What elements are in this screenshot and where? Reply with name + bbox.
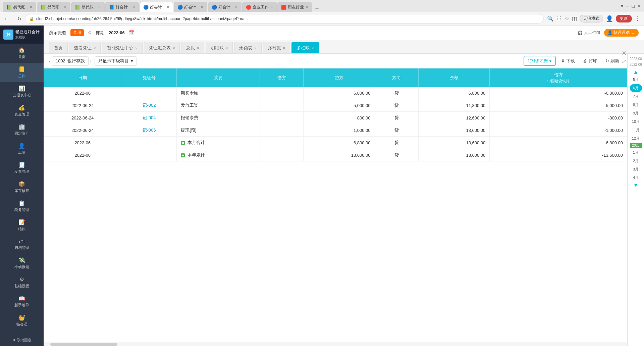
browser-tab-5[interactable]: 🔵 好会计 ✕ bbox=[140, 2, 173, 12]
tab-gl-close[interactable]: × bbox=[197, 46, 199, 50]
browser-tab-7[interactable]: 🔵 好会计 ✕ bbox=[208, 2, 241, 12]
cell-voucher-4[interactable]: 记-006 bbox=[122, 124, 177, 137]
sidebar-item-tax[interactable]: 📋 税务管理 bbox=[0, 197, 44, 216]
sidebar-item-funds[interactable]: 💰 资金管理 bbox=[0, 101, 44, 120]
tab-9-close[interactable]: ✕ bbox=[305, 5, 308, 9]
tab-sequence[interactable]: 序时账 × bbox=[263, 42, 290, 53]
tab-mc-close[interactable]: × bbox=[312, 46, 314, 50]
sidebar-item-invoice[interactable]: 🧾 发票管理 bbox=[0, 158, 44, 178]
browser-tab-8[interactable]: 🔴 企业工作 ✕ bbox=[242, 2, 277, 12]
panel-month-5[interactable]: 5月 bbox=[630, 76, 642, 84]
tab-voucher[interactable]: 查看凭证 × bbox=[69, 42, 101, 53]
settings-gear-icon[interactable]: ⚙ bbox=[88, 30, 92, 35]
tab-smart-close[interactable]: × bbox=[135, 46, 137, 50]
user-account-icon[interactable]: 👤 bbox=[606, 15, 613, 22]
panel-scroll-up-button[interactable]: ▲ bbox=[633, 69, 639, 75]
tab-4-close[interactable]: ✕ bbox=[132, 5, 135, 9]
star-icon[interactable]: ☆ bbox=[565, 15, 569, 22]
next-account-button[interactable]: › bbox=[90, 58, 92, 64]
print-button[interactable]: 🖨 打印 bbox=[580, 56, 600, 66]
tab-voucher-close[interactable]: × bbox=[94, 46, 96, 50]
sidebar-item-salary[interactable]: 👤 工资 bbox=[0, 139, 44, 158]
tab-smart-voucher[interactable]: 智能凭证中心 × bbox=[102, 42, 142, 53]
panel-month-12[interactable]: 12月 bbox=[630, 135, 642, 142]
sidebar-item-vip[interactable]: 👑 畅会员 bbox=[0, 311, 44, 330]
new-tab-button[interactable]: ＋ bbox=[314, 4, 320, 12]
panel-close-button[interactable]: ✕ bbox=[622, 54, 627, 57]
browser-tab-1[interactable]: 📗 易代账 ✕ bbox=[3, 2, 36, 12]
refresh-button[interactable]: ↻ 刷新 bbox=[603, 56, 622, 66]
minimize-icon[interactable]: ─ bbox=[626, 3, 629, 9]
sidebar-item-guide[interactable]: 📖 新手引导 bbox=[0, 292, 44, 311]
panel-expand-button[interactable]: ⤢ bbox=[622, 58, 627, 65]
panel-month-8[interactable]: 8月 bbox=[630, 101, 642, 109]
browser-tab-9[interactable]: 🟥 用友好业 ✕ bbox=[277, 2, 312, 12]
panel-month-2-2023[interactable]: 2月 bbox=[630, 157, 642, 165]
sidebar-item-inventory[interactable]: 📦 库存核算 bbox=[0, 178, 44, 197]
consult-button[interactable]: 🎧 人工咨询 bbox=[578, 30, 600, 36]
sidebar-footer[interactable]: ◀ 取消固定 bbox=[0, 334, 44, 346]
close-window-icon[interactable]: ✕ bbox=[637, 3, 641, 9]
panel-month-3-2023[interactable]: 3月 bbox=[630, 165, 642, 173]
user-badge[interactable]: 👤 畅通通8组... bbox=[604, 29, 639, 37]
sidebar-item-expense[interactable]: 💸 小畅报销 bbox=[0, 254, 44, 273]
panel-month-11[interactable]: 11月 bbox=[630, 126, 642, 134]
tab-list-icon[interactable]: ▾ bbox=[621, 3, 623, 9]
tab-summary[interactable]: 凭证汇总表 × bbox=[144, 42, 180, 53]
calendar-icon[interactable]: 📅 bbox=[129, 30, 134, 35]
tab-summary-close[interactable]: × bbox=[173, 46, 175, 50]
tab-general-ledger[interactable]: 总账 × bbox=[181, 42, 204, 53]
browser-tab-3[interactable]: 📗 易代账 ✕ bbox=[71, 2, 105, 12]
account-selector[interactable]: 1002 银行存款 bbox=[52, 56, 89, 66]
sidebar-item-close[interactable]: 📝 结账 bbox=[0, 216, 44, 235]
cell-voucher-2[interactable]: 记-002 bbox=[122, 99, 177, 112]
panel-scroll-down-button[interactable]: ▼ bbox=[633, 182, 639, 188]
menu-icon[interactable]: ⋮ bbox=[635, 15, 640, 22]
reload-button[interactable]: ↻ bbox=[17, 16, 21, 21]
sidebar-item-reports[interactable]: 📊 云报表中心 bbox=[0, 82, 44, 101]
sidebar-item-home[interactable]: 🏠 首页 bbox=[0, 44, 44, 63]
browser-tab-6[interactable]: 🔵 好会计 ✕ bbox=[174, 2, 207, 12]
forward-button[interactable]: → bbox=[11, 16, 15, 21]
tab-2-close[interactable]: ✕ bbox=[64, 5, 67, 9]
sub-filter[interactable]: 只显示下级科目 ▾ bbox=[95, 56, 137, 66]
tab-balance-close[interactable]: × bbox=[254, 46, 256, 50]
tab-5-close[interactable]: ✕ bbox=[166, 5, 169, 9]
cell-voucher-3[interactable]: 记-004 bbox=[122, 112, 177, 124]
tab-seq-close[interactable]: × bbox=[283, 46, 285, 50]
incognito-button[interactable]: 无痕模式 bbox=[580, 15, 603, 22]
tab-home[interactable]: 首页 bbox=[49, 42, 68, 53]
restore-icon[interactable]: □ bbox=[632, 3, 635, 9]
panel-month-9[interactable]: 9月 bbox=[630, 109, 642, 117]
browser-tab-4[interactable]: 📘 好会计 ✕ bbox=[105, 2, 139, 12]
panel-month-10[interactable]: 10月 bbox=[630, 118, 642, 126]
tab-7-close[interactable]: ✕ bbox=[235, 5, 238, 9]
sidebar-item-archive[interactable]: 🗃 归档管理 bbox=[0, 235, 44, 254]
tab-balance[interactable]: 余额表 × bbox=[234, 42, 261, 53]
search-icon[interactable]: 🔍 bbox=[547, 15, 554, 22]
sidebar-item-settings[interactable]: ⚙ 基础设置 bbox=[0, 273, 44, 292]
scroll-thumb[interactable] bbox=[50, 343, 117, 346]
panel-month-6[interactable]: 6月 bbox=[630, 84, 642, 92]
tab-8-close[interactable]: ✕ bbox=[270, 5, 273, 9]
horizontal-scrollbar[interactable] bbox=[44, 342, 627, 346]
prev-account-button[interactable]: ‹ bbox=[49, 58, 51, 64]
panel-month-4-2023[interactable]: 4月 bbox=[630, 174, 642, 182]
sidebar-item-ledger[interactable]: 📒 总账 bbox=[0, 63, 44, 82]
back-button[interactable]: ← bbox=[4, 16, 9, 21]
sidebar-toggle-icon[interactable]: ◫ bbox=[572, 15, 577, 22]
browser-tab-2[interactable]: 📗 易代账 ✕ bbox=[37, 2, 70, 12]
tab-dl-close[interactable]: × bbox=[226, 46, 228, 50]
download-button[interactable]: ⬇ 下载 bbox=[558, 56, 578, 66]
special-multi-button[interactable]: 特殊多栏账 ▾ bbox=[524, 56, 556, 66]
tab-multi-column[interactable]: 多栏账 × bbox=[291, 42, 319, 53]
panel-month-1-2023[interactable]: 1月 bbox=[630, 149, 642, 156]
sidebar-item-assets[interactable]: 🏢 固定资产 bbox=[0, 120, 44, 139]
tab-6-close[interactable]: ✕ bbox=[201, 5, 204, 9]
url-bar[interactable]: 🔒 cloud2.chanjet.com/accounting/uh26t264… bbox=[25, 14, 544, 23]
tab-3-close[interactable]: ✕ bbox=[98, 5, 101, 9]
shield-icon[interactable]: 🛡 bbox=[556, 16, 562, 22]
panel-month-7[interactable]: 7月 bbox=[630, 93, 642, 100]
tab-1-close[interactable]: ✕ bbox=[30, 5, 33, 9]
update-button[interactable]: 更新 bbox=[616, 15, 632, 22]
